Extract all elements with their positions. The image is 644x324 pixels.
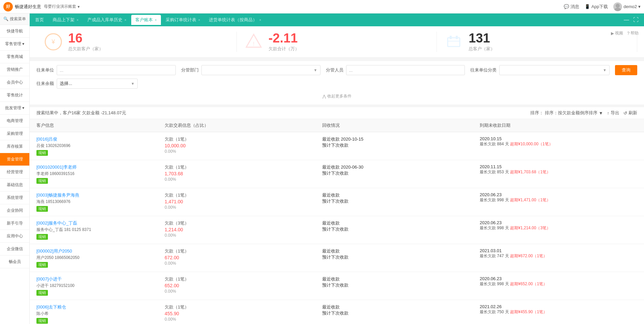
- sidebar-item-app-center[interactable]: 应用中心: [0, 230, 29, 243]
- tab-minimize-btn[interactable]: —: [622, 16, 631, 24]
- sidebar-search[interactable]: 🔍 搜索菜单: [0, 13, 29, 25]
- sidebar-item-inventory[interactable]: 库存核算: [0, 140, 29, 153]
- overdue-link-6[interactable]: 超期¥455.90（1笔）: [510, 310, 547, 314]
- finance-label: 资金管理: [7, 157, 23, 161]
- help-btn[interactable]: ? 帮助: [627, 30, 639, 36]
- sidebar-item-ecommerce[interactable]: 电商管理: [0, 115, 29, 127]
- remaining-placeholder: 选择...: [60, 81, 72, 87]
- sidebar-item-retail-stats[interactable]: 零售统计: [0, 89, 29, 102]
- tab-maximize-btn[interactable]: ⛶: [632, 16, 640, 24]
- stat-debt-customers: ¥ 16 总欠款客户（家）: [36, 32, 237, 52]
- logo-icon: 好: [3, 2, 13, 11]
- dept-label: 分管部门: [181, 67, 199, 73]
- tab-goods-statistics[interactable]: 进货单统计表（按商品） ×: [205, 15, 265, 25]
- overdue-days-4: 最长欠款 747 天 超期¥672.00（1笔）: [480, 253, 634, 259]
- tab-product-history-close[interactable]: ×: [124, 18, 127, 22]
- debt-amount-1: 1,703.68: [165, 171, 319, 176]
- customer-tag-1: 现销: [36, 178, 48, 184]
- sidebar-item-retail-mall[interactable]: 零售商城: [0, 51, 29, 63]
- sidebar-item-guide[interactable]: 新手引导: [0, 217, 29, 230]
- sidebar-item-finance[interactable]: 资金管理: [0, 153, 29, 166]
- refresh-btn[interactable]: ↺ 刷新: [623, 110, 637, 116]
- store-chevron: ▾: [78, 4, 80, 9]
- sidebar-item-operations[interactable]: 经营管理: [0, 166, 29, 179]
- sidebar-item-retail-mgmt[interactable]: 零售管理 ▾: [0, 38, 29, 51]
- search-button[interactable]: 查询: [615, 65, 637, 75]
- sidebar-item-member-center[interactable]: 会员中心: [0, 76, 29, 89]
- app-download-btn[interactable]: 📱 App下载: [585, 4, 608, 10]
- sidebar-item-member[interactable]: 畅会员: [0, 256, 29, 268]
- filter-remaining: 往来余额 选择... ▼: [36, 79, 138, 89]
- tab-goods-statistics-close[interactable]: ×: [259, 18, 261, 22]
- tab-purchase-order[interactable]: 采购订单统计表 ×: [162, 15, 204, 25]
- customer-tag-2: 现销: [36, 206, 48, 212]
- customer-name-0[interactable]: [0016]吕俊: [36, 136, 161, 142]
- collection-info-1: 最近收款 2020-06-30 预计下次收款: [322, 164, 480, 176]
- customer-name-1[interactable]: [0001020001]李老师: [36, 164, 161, 170]
- overdue-link-0[interactable]: 超期¥10,000.00（1笔）: [510, 142, 553, 146]
- manager-input[interactable]: ...: [346, 65, 465, 75]
- debt-amount-icon: !: [244, 32, 264, 52]
- debt-percent-2: 0.00%: [165, 205, 319, 210]
- sidebar-item-system[interactable]: 系统管理: [0, 192, 29, 204]
- store-select[interactable]: 母婴行业演示账套 ▾: [44, 4, 80, 9]
- refresh-icon: ↺: [623, 111, 627, 116]
- tabs-bar: 首页 商品上下架 × 产成品入库单历史 × 客户账本 × 采购订单统计表 × 进…: [30, 13, 644, 26]
- message-btn[interactable]: 💬 消息: [564, 4, 579, 10]
- tab-product-history[interactable]: 产成品入库单历史 ×: [83, 15, 131, 25]
- customer-name-2[interactable]: [0003]畅捷服务尹海燕: [36, 192, 161, 198]
- filter-source-unit: 往来单位 ...: [36, 65, 176, 75]
- tab-home[interactable]: 首页: [31, 15, 48, 25]
- tab-goods-status-close[interactable]: ×: [77, 18, 79, 22]
- sidebar-item-wechat[interactable]: 企业微信: [0, 243, 29, 256]
- tab-customer-account[interactable]: 客户账本 ×: [131, 15, 161, 25]
- due-date-3: 2020.06.23 最长欠款 998 天 超期¥1,214.00（3笔）: [480, 220, 637, 231]
- tab-purchase-order-label: 采购订单统计表: [166, 17, 196, 23]
- sidebar-item-enterprise[interactable]: 企业协同: [0, 204, 29, 217]
- data-table: 客户信息 欠款交易信息（占比） 回收情况 到期未收款日期 [0016]吕俊 吕俊…: [30, 119, 644, 324]
- customer-phone-1: 李老师 18600391516: [36, 171, 161, 177]
- sidebar-item-quick-nav[interactable]: 快捷导航: [0, 25, 29, 38]
- avatar: [613, 2, 622, 11]
- remaining-select[interactable]: 选择... ▼: [57, 79, 138, 89]
- tab-goods-status[interactable]: 商品上下架 ×: [49, 15, 83, 25]
- last-collection-0: 最近收款 2020-10-15: [322, 136, 476, 142]
- debt-customers-num: 16: [68, 32, 103, 45]
- user-menu[interactable]: demo2 ▾: [613, 2, 641, 11]
- tab-purchase-order-close[interactable]: ×: [198, 18, 200, 22]
- collapse-row[interactable]: ⋀ 收起更多条件: [36, 92, 637, 100]
- unit-category-select[interactable]: ▼: [499, 65, 610, 75]
- next-collection-0: 预计下次收款: [322, 142, 476, 148]
- wechat-label: 企业微信: [7, 246, 23, 251]
- overdue-link-2[interactable]: 超期¥1,471.00（1笔）: [510, 198, 551, 202]
- due-date-val-5: 2020.06.23: [480, 276, 634, 281]
- sidebar-item-basic-info[interactable]: 基础信息: [0, 179, 29, 192]
- sidebar-item-batch-mgmt[interactable]: 批发管理 ▾: [0, 102, 29, 115]
- export-btn[interactable]: ↑ 导出: [607, 110, 620, 116]
- customer-phone-0: 吕俊 13026203696: [36, 143, 161, 149]
- debt-info-5: 欠款（1笔） 652.00 0.00%: [165, 276, 322, 294]
- table-row: [0007]小进干 小进干 18279152100 现销 欠款（1笔） 652.…: [30, 272, 644, 300]
- tab-customer-account-close[interactable]: ×: [155, 18, 157, 22]
- debt-percent-4: 0.00%: [165, 261, 319, 266]
- customer-tag-6: 现销: [36, 318, 48, 324]
- sidebar-item-marketing[interactable]: 营销推广: [0, 63, 29, 76]
- collapse-icon: ⋀: [323, 94, 326, 99]
- overdue-link-1[interactable]: 超期¥1,703.68（1笔）: [510, 170, 551, 174]
- source-unit-input[interactable]: ...: [57, 65, 176, 75]
- sidebar-item-purchase-mgmt[interactable]: 采购管理: [0, 127, 29, 140]
- overdue-link-4[interactable]: 超期¥672.00（1笔）: [510, 254, 547, 258]
- view-video-btn[interactable]: ▶ 视频: [611, 30, 623, 36]
- customer-name-4[interactable]: [000002]用户2050: [36, 248, 161, 254]
- sort-select[interactable]: 排序： 排序：按欠款金额倒序排序 ▼: [530, 110, 603, 116]
- customer-name-6[interactable]: [0006]去下粮仓: [36, 304, 161, 310]
- dept-select[interactable]: ▼: [201, 65, 320, 75]
- debt-amount-num: -2.11: [269, 32, 299, 45]
- top-bar-left: 好 畅捷通好生意 母婴行业演示账套 ▾: [3, 2, 80, 11]
- layout: 🔍 搜索菜单 快捷导航 零售管理 ▾ 零售商城 营销推广 会员中心 零售统计 批…: [0, 13, 644, 324]
- customer-name-5[interactable]: [0007]小进干: [36, 276, 161, 282]
- overdue-link-3[interactable]: 超期¥1,214.00（3笔）: [510, 226, 551, 230]
- due-date-2: 2020.06.23 最长欠款 998 天 超期¥1,471.00（1笔）: [480, 192, 637, 203]
- customer-name-3[interactable]: [0002]服务中心_丁磊: [36, 220, 161, 226]
- overdue-link-5[interactable]: 超期¥652.00（1笔）: [510, 282, 547, 286]
